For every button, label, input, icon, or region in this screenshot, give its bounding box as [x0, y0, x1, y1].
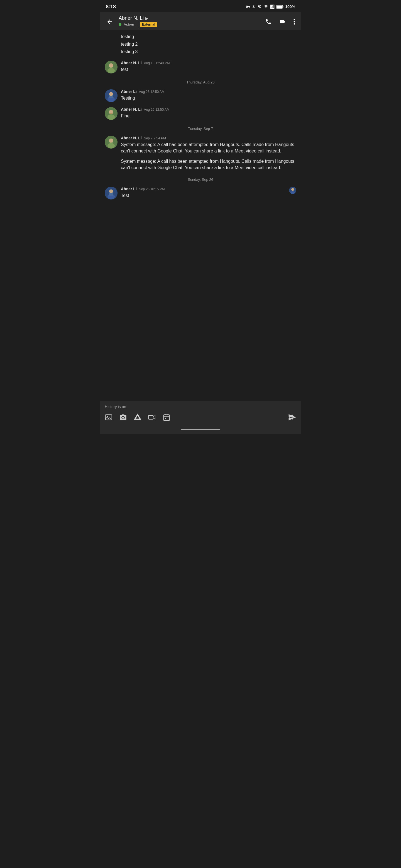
- svg-point-5: [294, 23, 295, 25]
- svg-point-31: [291, 188, 294, 191]
- message-content: Abner N. Li Aug 26 12:50 AM Fine: [121, 107, 296, 119]
- status-bar: 8:18 100%: [100, 0, 301, 12]
- message-text: testing 3: [121, 49, 138, 54]
- table-row: Abner Li Aug 26 12:50 AM Testing: [100, 87, 301, 104]
- sender-name: Abner N. Li: [121, 136, 142, 140]
- table-row: Abner Li Sep 26 10:15 PM Test: [100, 184, 301, 202]
- message-text: System message: A call has been attempte…: [121, 141, 296, 154]
- status-time: 8:18: [106, 4, 116, 10]
- footer-actions: [105, 412, 296, 422]
- message-text: Test: [121, 192, 286, 199]
- messages-area: testing testing 2 testing 3 Abner N. Li …: [100, 30, 301, 401]
- message-content: Abner N. Li Sep 7 2:54 PM System message…: [121, 136, 296, 171]
- read-receipt: [289, 187, 296, 194]
- list-item: testing 3: [100, 48, 301, 58]
- more-button[interactable]: [292, 16, 296, 26]
- message-header: Abner N. Li Sep 7 2:54 PM: [121, 136, 296, 140]
- date-separator: Tuesday, Sep 7: [100, 122, 301, 133]
- active-indicator: [119, 23, 121, 26]
- sender-name: Abner Li: [121, 89, 137, 94]
- wifi-icon: [263, 4, 268, 9]
- photo-icon[interactable]: [105, 412, 113, 421]
- table-row: Abner N. Li Aug 26 12:50 AM Fine: [100, 104, 301, 122]
- avatar: [105, 107, 117, 120]
- key-icon: [246, 4, 250, 9]
- chevron-icon: ▶: [145, 16, 148, 21]
- avatar: [105, 187, 117, 199]
- svg-rect-2: [277, 6, 282, 8]
- svg-point-9: [109, 63, 113, 67]
- mute-icon: [257, 4, 262, 9]
- message-header: Abner Li Sep 26 10:15 PM: [121, 187, 286, 191]
- video-button[interactable]: [278, 16, 287, 26]
- message-header: Abner N. Li Aug 26 12:50 AM: [121, 107, 296, 112]
- battery-percent: 100%: [285, 4, 295, 9]
- status-icons: 100%: [246, 4, 295, 9]
- svg-rect-29: [110, 191, 113, 193]
- contact-info[interactable]: Abner N. Li ▶ Active · External: [119, 15, 260, 27]
- sender-name: Abner N. Li: [121, 61, 142, 65]
- external-badge: External: [140, 22, 157, 27]
- camera-icon[interactable]: [119, 412, 127, 421]
- svg-point-22: [108, 143, 115, 149]
- read-receipt-avatar: [289, 187, 296, 194]
- phone-button[interactable]: [264, 16, 273, 26]
- separator: ·: [137, 22, 138, 27]
- contact-name: Abner N. Li: [119, 15, 144, 21]
- svg-point-19: [109, 110, 113, 114]
- video-add-icon[interactable]: [148, 412, 156, 421]
- svg-rect-43: [165, 418, 166, 419]
- date-separator: Thursday, Aug 26: [100, 76, 301, 87]
- drive-icon[interactable]: [134, 412, 141, 421]
- message-text: testing 2: [121, 42, 138, 46]
- message-time: Aug 26 12:50 AM: [139, 90, 165, 94]
- svg-point-3: [294, 19, 295, 20]
- svg-rect-36: [148, 415, 153, 419]
- signal-icon: [270, 4, 275, 9]
- footer-icons: [105, 412, 170, 421]
- active-label: Active: [124, 22, 134, 27]
- message-time: Aug 26 12:50 AM: [144, 108, 170, 112]
- table-row: Abner N. Li Aug 13 12:40 PM test: [100, 58, 301, 76]
- message-time: Aug 13 12:40 PM: [144, 61, 170, 65]
- avatar: [105, 89, 117, 102]
- list-item: testing 2: [100, 40, 301, 48]
- toolbar: Abner N. Li ▶ Active · External: [100, 12, 301, 30]
- chat-footer: History is on: [100, 401, 301, 426]
- svg-point-34: [107, 416, 108, 417]
- sender-name: Abner Li: [121, 187, 137, 191]
- svg-rect-1: [283, 6, 284, 7]
- back-button[interactable]: [105, 16, 115, 27]
- svg-point-18: [108, 114, 115, 120]
- toolbar-actions: [264, 16, 296, 26]
- message-header: Abner Li Aug 26 12:50 AM: [121, 89, 296, 94]
- svg-point-4: [294, 21, 295, 22]
- message-content: Abner Li Sep 26 10:15 PM Test: [121, 187, 286, 199]
- message-text: testing: [121, 34, 134, 39]
- message-time: Sep 26 10:15 PM: [139, 187, 165, 191]
- nav-bar: [181, 429, 220, 430]
- svg-rect-33: [105, 415, 112, 420]
- message-content: Abner Li Aug 26 12:50 AM Testing: [121, 89, 296, 101]
- send-button[interactable]: [288, 412, 296, 422]
- table-row: Abner N. Li Sep 7 2:54 PM System message…: [100, 133, 301, 173]
- name-row: Abner N. Li ▶: [119, 15, 260, 21]
- history-label: History is on: [105, 404, 296, 409]
- message-content: Abner N. Li Aug 13 12:40 PM test: [121, 61, 296, 72]
- svg-rect-15: [110, 94, 113, 96]
- message-text: Fine: [121, 113, 296, 119]
- svg-rect-39: [164, 415, 170, 421]
- message-text: test: [121, 66, 296, 72]
- battery-icon: [276, 5, 284, 9]
- sender-name: Abner N. Li: [121, 107, 142, 112]
- calendar-icon[interactable]: [163, 412, 170, 421]
- status-row: Active · External: [119, 22, 260, 27]
- list-item: testing: [100, 33, 301, 40]
- bluetooth-icon: [252, 4, 256, 9]
- message-time: Sep 7 2:54 PM: [144, 136, 166, 140]
- svg-point-35: [122, 417, 124, 419]
- message-text: Testing: [121, 95, 296, 101]
- avatar: [105, 61, 117, 73]
- svg-point-8: [108, 68, 115, 73]
- avatar: [105, 136, 117, 149]
